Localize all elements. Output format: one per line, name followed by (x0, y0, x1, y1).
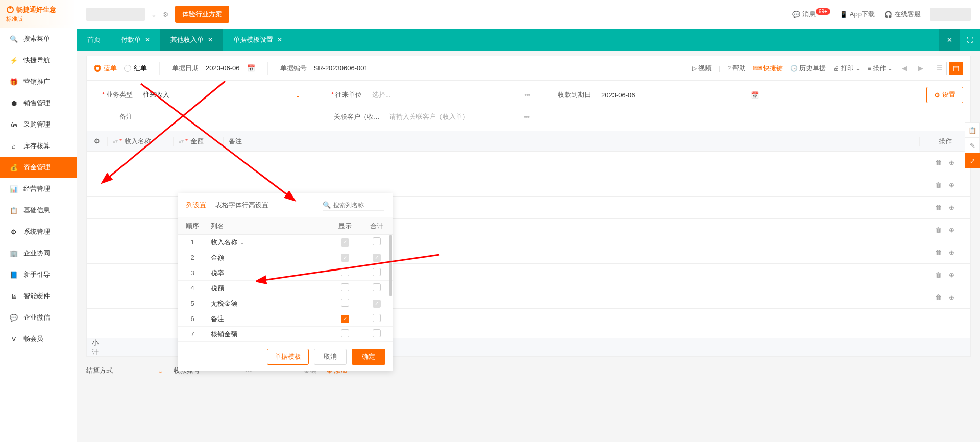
checkbox-icon[interactable] (341, 283, 349, 291)
print-button[interactable]: 🖨 打印 ⌄ (833, 64, 861, 73)
checkbox-icon[interactable] (373, 283, 381, 291)
checkbox-icon[interactable] (373, 329, 381, 337)
delete-row-icon[interactable]: 🗑 (935, 271, 942, 279)
tab-close-icon[interactable]: ✕ (277, 36, 282, 43)
red-doc-radio[interactable]: 红单 (124, 64, 147, 73)
user-placeholder[interactable] (930, 8, 971, 21)
tab-首页[interactable]: 首页 (77, 29, 111, 51)
remark-input[interactable] (139, 109, 305, 125)
nav-企业微信[interactable]: 💬企业微信 (0, 307, 77, 328)
checkbox-icon[interactable]: ✓ (373, 254, 381, 262)
tab-close-icon[interactable]: ✕ (145, 36, 150, 43)
checkbox-icon[interactable] (341, 329, 349, 337)
action-button[interactable]: ≡ 操作 ⌄ (868, 64, 893, 73)
org-dropdown-icon[interactable]: ⌄ (151, 11, 157, 18)
checkbox-icon[interactable] (373, 237, 381, 245)
online-service-link[interactable]: 🎧 在线客服 (884, 10, 921, 19)
video-button[interactable]: ▷ 视频 (692, 64, 712, 73)
checkbox-icon[interactable] (341, 268, 349, 276)
table-row[interactable]: 🗑⊕ (87, 152, 970, 174)
tab-close-icon[interactable]: ✕ (208, 36, 213, 43)
help-button[interactable]: ? 帮助 (727, 64, 746, 73)
nav-快捷导航[interactable]: ⚡快捷导航 (0, 50, 77, 71)
form-view-icon[interactable]: ▤ (949, 62, 963, 75)
delete-row-icon[interactable]: 🗑 (935, 181, 942, 189)
tabs-expand-icon[interactable]: ⛶ (960, 29, 980, 51)
settings-gear-icon[interactable]: ⚙ (163, 11, 169, 18)
nav-icon: 📋 (9, 206, 18, 215)
template-button[interactable]: 单据模板 (267, 349, 309, 365)
popup-search-input[interactable] (333, 202, 384, 209)
doc-date-value[interactable]: 2023-06-06 (206, 64, 240, 72)
delete-row-icon[interactable]: 🗑 (935, 293, 942, 301)
radio-dot-icon (124, 65, 131, 72)
popup-tab-font[interactable]: 表格字体行高设置 (215, 201, 268, 210)
cancel-button[interactable]: 取消 (314, 349, 347, 365)
settle-method[interactable]: 结算方式 ⌄ (86, 366, 163, 375)
nav-库存核算[interactable]: ⌂库存核算 (0, 135, 77, 157)
message-link[interactable]: 💬 消息 99+ (792, 10, 830, 19)
nav-label: 系统管理 (23, 227, 50, 236)
popup-scrollbar[interactable] (389, 235, 392, 296)
checkbox-icon[interactable] (341, 299, 349, 307)
tabs-close-all-icon[interactable]: ✕ (939, 29, 960, 51)
th-amount[interactable]: ▴▾ *金额 (174, 137, 224, 146)
try-industry-button[interactable]: 体验行业方案 (175, 6, 229, 23)
nav-采购管理[interactable]: 🛍采购管理 (0, 114, 77, 135)
nav-搜索菜单[interactable]: 🔍搜索菜单 (0, 28, 77, 50)
checkbox-icon[interactable]: ✓ (341, 254, 349, 262)
checkbox-icon[interactable] (373, 314, 381, 322)
popup-tab-columns[interactable]: 列设置 (186, 201, 206, 210)
blue-doc-radio[interactable]: 蓝单 (94, 64, 117, 73)
unit-select[interactable]: 选择... ••• (368, 87, 534, 103)
more-icon: ••• (524, 113, 529, 121)
copy-row-icon[interactable]: ⊕ (949, 226, 954, 234)
settings-button[interactable]: ⚙ 设置 (926, 87, 963, 103)
nav-营销推广[interactable]: 🎁营销推广 (0, 71, 77, 92)
customer-input[interactable]: 请输入关联客户（收入单） ••• (385, 109, 533, 125)
float-edit-icon[interactable]: ✎ (965, 138, 980, 153)
tab-其他收入单[interactable]: 其他收入单✕ (160, 29, 223, 51)
due-date-input[interactable]: 2023-06-06 📅 (597, 87, 763, 103)
nav-资金管理[interactable]: 💰资金管理 (0, 157, 77, 178)
nav-系统管理[interactable]: ⚙系统管理 (0, 221, 77, 242)
copy-row-icon[interactable]: ⊕ (949, 159, 954, 166)
checkbox-icon[interactable]: ✓ (341, 238, 349, 247)
delete-row-icon[interactable]: 🗑 (935, 249, 942, 256)
nav-基础信息[interactable]: 📋基础信息 (0, 200, 77, 221)
copy-row-icon[interactable]: ⊕ (949, 204, 954, 211)
nav-销售管理[interactable]: ⬢销售管理 (0, 92, 77, 114)
prev-doc-icon[interactable]: ◀ (900, 64, 909, 72)
next-doc-icon[interactable]: ▶ (916, 64, 925, 72)
nav-经营管理[interactable]: 📊经营管理 (0, 178, 77, 200)
shortcut-button[interactable]: ⌨ 快捷键 (753, 64, 783, 73)
tab-付款单[interactable]: 付款单✕ (111, 29, 160, 51)
history-button[interactable]: 🕒 历史单据 (790, 64, 826, 73)
app-download-link[interactable]: 📱 App下载 (840, 10, 875, 19)
calendar-icon[interactable]: 📅 (247, 64, 255, 72)
org-selector-placeholder[interactable] (86, 8, 145, 21)
float-note-icon[interactable]: 📋 (965, 122, 980, 138)
th-income-name[interactable]: ▴▾ *收入名称 (107, 137, 174, 146)
nav-智能硬件[interactable]: 🖥智能硬件 (0, 285, 77, 307)
checkbox-icon[interactable]: ✓ (373, 300, 381, 308)
float-expand-icon[interactable]: ⤢ (965, 153, 980, 168)
chevron-down-icon[interactable]: ⌄ (239, 238, 245, 246)
delete-row-icon[interactable]: 🗑 (935, 226, 942, 234)
copy-row-icon[interactable]: ⊕ (949, 181, 954, 189)
checkbox-icon[interactable]: ✓ (341, 315, 349, 323)
list-view-icon[interactable]: ☰ (933, 62, 947, 75)
delete-row-icon[interactable]: 🗑 (935, 159, 942, 166)
nav-畅会员[interactable]: V畅会员 (0, 328, 77, 350)
biz-type-select[interactable]: 往来收入 ⌄ (139, 87, 305, 103)
ok-button[interactable]: 确定 (352, 349, 385, 365)
delete-row-icon[interactable]: 🗑 (935, 204, 942, 211)
column-settings-gear-icon[interactable]: ⚙ (87, 137, 107, 145)
checkbox-icon[interactable] (373, 268, 381, 276)
copy-row-icon[interactable]: ⊕ (949, 271, 954, 279)
tab-单据模板设置[interactable]: 单据模板设置✕ (223, 29, 292, 51)
copy-row-icon[interactable]: ⊕ (949, 249, 954, 256)
copy-row-icon[interactable]: ⊕ (949, 293, 954, 301)
nav-新手引导[interactable]: 📘新手引导 (0, 264, 77, 285)
nav-企业协同[interactable]: 🏢企业协同 (0, 242, 77, 264)
